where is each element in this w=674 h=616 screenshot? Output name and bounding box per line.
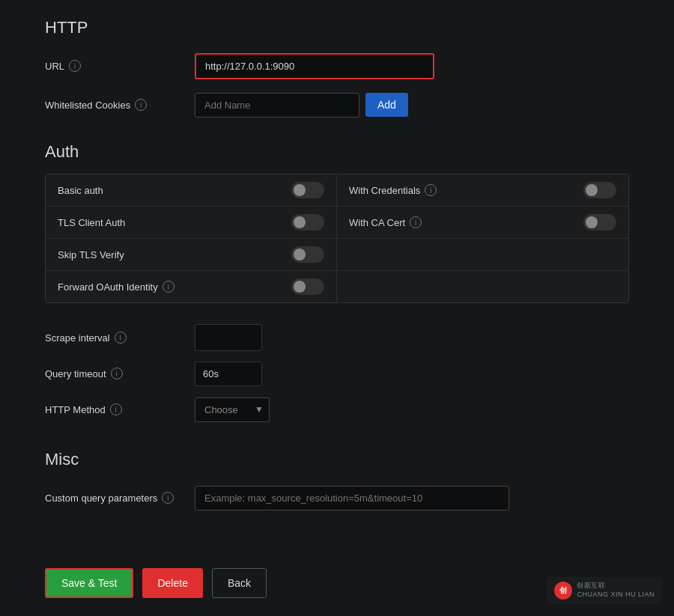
- misc-section: Misc Custom query parameters i: [45, 450, 629, 514]
- skip-tls-toggle[interactable]: [291, 246, 324, 263]
- bottom-buttons: Save & Test Delete Back: [45, 568, 267, 598]
- scrape-interval-label: Scrape interval i: [45, 332, 195, 344]
- forward-oauth-cell: Forward OAuth Identity i: [46, 271, 337, 302]
- scrape-interval-row: Scrape interval i: [45, 321, 629, 354]
- forward-oauth-label: Forward OAuth Identity i: [58, 281, 174, 293]
- add-button[interactable]: Add: [365, 93, 408, 117]
- query-timeout-input[interactable]: [195, 362, 262, 386]
- skip-tls-label: Skip TLS Verify: [58, 249, 124, 260]
- cookies-row: Whitelisted Cookies i Add: [45, 88, 629, 121]
- http-method-label: HTTP Method i: [45, 403, 195, 415]
- forward-oauth-toggle[interactable]: [291, 278, 324, 295]
- url-row: URL i: [45, 49, 629, 82]
- interval-section: Scrape interval i Query timeout i HTTP M…: [45, 321, 629, 426]
- custom-query-row: Custom query parameters i: [45, 481, 629, 514]
- basic-auth-toggle[interactable]: [291, 182, 324, 198]
- with-credentials-toggle[interactable]: [583, 182, 616, 198]
- url-input[interactable]: [195, 53, 434, 79]
- watermark-icon: 创: [554, 582, 572, 600]
- tls-client-auth-label: TLS Client Auth: [58, 217, 125, 228]
- delete-button[interactable]: Delete: [142, 568, 202, 598]
- scrape-interval-input[interactable]: [195, 324, 262, 351]
- query-timeout-row: Query timeout i: [45, 357, 629, 390]
- url-label: URL i: [45, 60, 195, 72]
- cookies-label: Whitelisted Cookies i: [45, 99, 195, 111]
- with-ca-cert-label: With CA Cert i: [349, 216, 422, 228]
- scrape-interval-info-icon[interactable]: i: [115, 332, 127, 344]
- auth-grid: Basic auth With Credentials i TLS Client…: [45, 174, 629, 303]
- cookies-info-icon[interactable]: i: [135, 99, 147, 111]
- with-credentials-label: With Credentials i: [349, 184, 437, 196]
- custom-query-info-icon[interactable]: i: [162, 492, 174, 504]
- query-timeout-label: Query timeout i: [45, 368, 195, 379]
- cookies-input[interactable]: [195, 93, 359, 118]
- with-ca-cert-toggle[interactable]: [583, 214, 616, 231]
- http-section-title: HTTP: [45, 18, 629, 37]
- with-ca-cert-info-icon[interactable]: i: [410, 216, 422, 228]
- skip-tls-cell: Skip TLS Verify: [46, 239, 337, 271]
- tls-client-auth-cell: TLS Client Auth: [46, 207, 337, 239]
- http-method-dropdown-wrapper: Choose GET POST ▼: [195, 397, 270, 422]
- http-method-select[interactable]: Choose GET POST: [195, 397, 270, 422]
- save-test-button[interactable]: Save & Test: [45, 568, 133, 598]
- misc-section-title: Misc: [45, 450, 629, 469]
- watermark: 创 创新互联 CHUANG XIN HU LIAN: [547, 577, 662, 604]
- with-ca-cert-cell: With CA Cert i: [337, 207, 628, 239]
- query-timeout-info-icon[interactable]: i: [111, 368, 123, 379]
- url-info-icon[interactable]: i: [69, 60, 81, 72]
- http-method-info-icon[interactable]: i: [110, 403, 122, 415]
- basic-auth-cell: Basic auth: [46, 174, 337, 207]
- tls-client-auth-toggle[interactable]: [291, 214, 324, 231]
- auth-empty-cell2: [337, 271, 628, 302]
- custom-query-label: Custom query parameters i: [45, 492, 195, 504]
- auth-section-title: Auth: [45, 142, 629, 162]
- watermark-text: 创新互联 CHUANG XIN HU LIAN: [577, 582, 655, 599]
- forward-oauth-info-icon[interactable]: i: [163, 281, 174, 293]
- with-credentials-info-icon[interactable]: i: [425, 184, 437, 196]
- with-credentials-cell: With Credentials i: [337, 174, 628, 207]
- back-button[interactable]: Back: [212, 568, 267, 598]
- basic-auth-label: Basic auth: [58, 185, 103, 196]
- auth-empty-cell: [337, 239, 628, 271]
- custom-query-input[interactable]: [195, 486, 509, 510]
- http-method-row: HTTP Method i Choose GET POST ▼: [45, 393, 629, 426]
